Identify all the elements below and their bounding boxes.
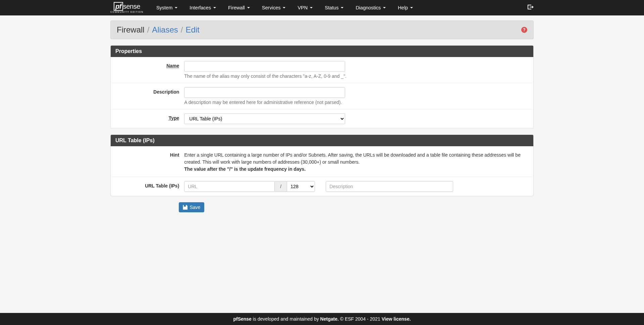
urltable-panel: URL Table (IPs) Hint Enter a single URL … bbox=[110, 134, 534, 196]
save-icon bbox=[183, 205, 187, 210]
description-row: Description A description may be entered… bbox=[111, 83, 533, 109]
name-help: The name of the alias may only consist o… bbox=[184, 73, 529, 79]
nav-menu: System Interfaces Firewall Services VPN … bbox=[150, 1, 419, 15]
type-label: Type bbox=[115, 113, 184, 124]
footer: pfSense is developed and maintained by N… bbox=[0, 313, 644, 325]
hint-label: Hint bbox=[115, 150, 184, 173]
breadcrumb-aliases[interactable]: Aliases bbox=[152, 25, 178, 35]
url-row: URL Table (IPs) / 128 bbox=[111, 177, 533, 196]
nav-services[interactable]: Services bbox=[256, 1, 292, 15]
type-row: Type URL Table (IPs) bbox=[111, 109, 533, 128]
url-label: URL Table (IPs) bbox=[115, 181, 184, 192]
footer-license-link[interactable]: View license. bbox=[382, 316, 411, 322]
breadcrumb-firewall: Firewall bbox=[117, 25, 145, 35]
breadcrumb-sep: / bbox=[181, 25, 183, 35]
logo-pf: pf bbox=[114, 2, 123, 11]
frequency-select[interactable]: 128 bbox=[287, 181, 315, 192]
properties-heading: Properties bbox=[111, 46, 533, 57]
name-row: Name The name of the alias may only cons… bbox=[111, 57, 533, 83]
save-button[interactable]: Save bbox=[179, 202, 204, 212]
nav-help[interactable]: Help bbox=[392, 1, 419, 15]
nav-firewall[interactable]: Firewall bbox=[222, 1, 256, 15]
slash-addon: / bbox=[275, 181, 287, 192]
caret-icon bbox=[410, 7, 413, 8]
nav-interfaces[interactable]: Interfaces bbox=[183, 1, 222, 15]
caret-icon bbox=[247, 7, 250, 8]
row-description-input[interactable] bbox=[326, 181, 453, 192]
breadcrumb-edit[interactable]: Edit bbox=[185, 25, 199, 35]
caret-icon bbox=[213, 7, 216, 8]
description-label: Description bbox=[115, 87, 184, 105]
hint-row: Hint Enter a single URL containing a lar… bbox=[111, 146, 533, 177]
type-select[interactable]: URL Table (IPs) bbox=[184, 113, 345, 124]
nav-system[interactable]: System bbox=[150, 1, 183, 15]
name-input[interactable] bbox=[184, 61, 345, 72]
breadcrumb-sep: / bbox=[147, 25, 150, 35]
breadcrumb: Firewall / Aliases / Edit bbox=[117, 25, 200, 35]
breadcrumb-panel: Firewall / Aliases / Edit ? bbox=[110, 20, 534, 39]
logout-icon[interactable] bbox=[527, 4, 534, 12]
nav-diagnostics[interactable]: Diagnostics bbox=[350, 1, 392, 15]
description-input[interactable] bbox=[184, 87, 345, 98]
logo-sense: sense bbox=[123, 3, 140, 10]
caret-icon bbox=[383, 7, 386, 8]
help-icon[interactable]: ? bbox=[521, 27, 527, 33]
caret-icon bbox=[341, 7, 343, 8]
caret-icon bbox=[175, 7, 177, 8]
caret-icon bbox=[310, 7, 313, 8]
footer-brand: pfSense bbox=[233, 316, 251, 322]
urltable-heading: URL Table (IPs) bbox=[111, 135, 533, 146]
logo-subtitle: COMMUNITY EDITION bbox=[110, 11, 144, 13]
caret-icon bbox=[283, 7, 285, 8]
top-navbar: pfsense COMMUNITY EDITION System Interfa… bbox=[0, 0, 644, 15]
nav-status[interactable]: Status bbox=[319, 1, 350, 15]
description-help: A description may be entered here for ad… bbox=[184, 100, 529, 105]
nav-vpn[interactable]: VPN bbox=[291, 1, 319, 15]
properties-panel: Properties Name The name of the alias ma… bbox=[110, 45, 534, 128]
name-label: Name bbox=[115, 61, 184, 79]
footer-netgate-link[interactable]: Netgate. bbox=[320, 316, 339, 322]
hint-text: Enter a single URL containing a large nu… bbox=[184, 150, 529, 173]
logo[interactable]: pfsense COMMUNITY EDITION bbox=[110, 3, 144, 13]
url-input[interactable] bbox=[184, 181, 275, 192]
